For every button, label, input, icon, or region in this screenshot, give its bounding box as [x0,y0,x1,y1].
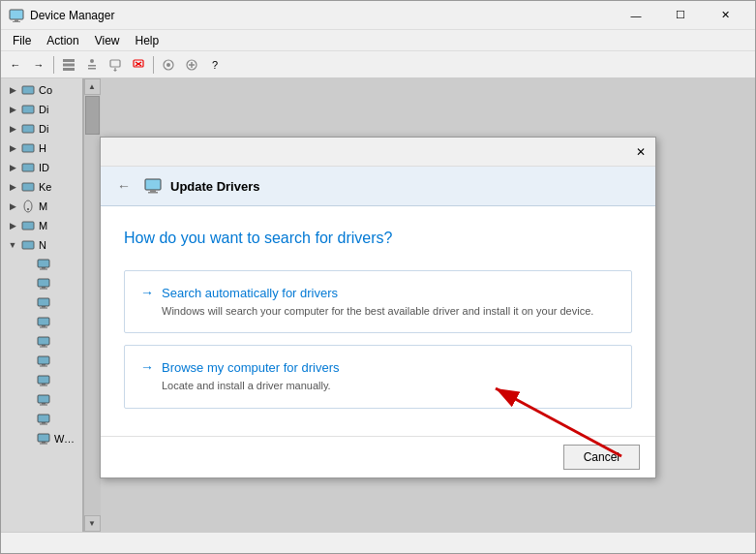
svg-rect-58 [145,179,161,190]
svg-point-14 [166,63,170,67]
svg-rect-9 [110,60,120,67]
dialog-header: ← Update Drivers [101,167,655,206]
svg-rect-7 [88,65,96,67]
menu-bar: File Action View Help [1,30,755,51]
browse-computer-option[interactable]: → Browse my computer for drivers Locate … [124,345,632,408]
window-controls: — ☐ ✕ [614,1,747,30]
dialog-titlebar: ✕ [101,138,655,167]
dialog-close-button[interactable]: ✕ [630,141,651,163]
svg-point-6 [90,59,94,63]
menu-action[interactable]: Action [39,32,86,49]
window-title: Device Manager [30,9,614,22]
search-automatically-option[interactable]: → Search automatically for drivers Windo… [124,270,632,333]
dialog-back-button[interactable]: ← [112,174,136,198]
update-driver-button[interactable] [105,54,126,76]
title-bar: Device Manager — ☐ ✕ [1,1,755,30]
svg-rect-60 [148,192,158,194]
toolbar-separator-1 [53,56,54,74]
dialog-question: How do you want to search for drivers? [124,230,632,247]
svg-rect-3 [63,59,75,62]
forward-button[interactable]: → [28,54,49,76]
add-legacy-button[interactable] [181,54,202,76]
modal-overlay: ✕ ← Update Drivers [1,78,755,532]
svg-rect-1 [15,19,18,21]
search-auto-title: → Search automatically for drivers [140,285,616,300]
svg-rect-0 [10,10,23,19]
content-area: ▶ Co ▶ Di ▶ Di ▶ [1,78,755,532]
menu-file[interactable]: File [5,32,39,49]
tree-view-button[interactable] [58,54,79,76]
svg-rect-2 [13,21,20,22]
uninstall-button[interactable] [128,54,149,76]
browse-desc: Locate and install a driver manually. [162,379,616,393]
main-window: Device Manager — ☐ ✕ File Action View He… [0,0,756,554]
toolbar-separator-2 [153,56,154,74]
toolbar: ← → ? [1,51,755,78]
search-auto-arrow: → [140,285,154,300]
svg-rect-8 [88,68,96,70]
app-icon [9,8,24,23]
menu-help[interactable]: Help [128,32,167,49]
svg-rect-5 [63,68,75,71]
close-button[interactable]: ✕ [703,1,747,30]
minimize-button[interactable]: — [614,1,658,30]
maximize-button[interactable]: ☐ [658,1,703,30]
browse-title: → Browse my computer for drivers [140,359,616,375]
menu-view[interactable]: View [87,32,128,49]
help-button[interactable]: ? [204,54,226,76]
search-auto-desc: Windows will search your computer for th… [162,304,616,319]
dialog-footer: Cancel [101,436,655,477]
scan-hardware-button[interactable] [158,54,179,76]
back-button[interactable]: ← [5,54,26,76]
browse-arrow: → [140,359,154,375]
dialog-body: How do you want to search for drivers? →… [101,206,655,436]
update-drivers-dialog: ✕ ← Update Drivers [100,137,656,478]
status-bar [1,532,755,553]
svg-rect-4 [63,63,75,66]
cancel-button[interactable]: Cancel [563,445,640,470]
dialog-title: Update Drivers [170,179,640,194]
svg-rect-59 [150,190,156,192]
dialog-header-icon [143,176,163,196]
properties-button[interactable] [81,54,103,76]
